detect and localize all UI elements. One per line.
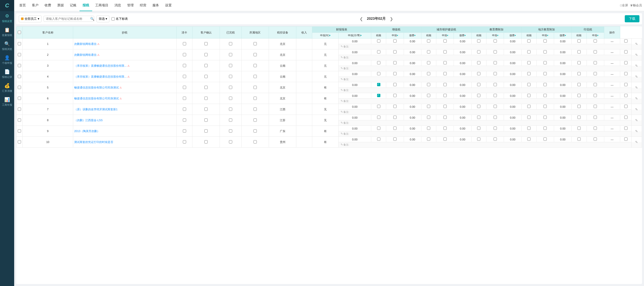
jy-pay-cb[interactable]	[543, 50, 547, 53]
cs-pay-cb[interactable]	[494, 39, 497, 43]
caibao-year-cb[interactable]	[377, 116, 380, 119]
nav-customer[interactable]: 客户	[29, 0, 42, 11]
zz-apply-cb[interactable]	[427, 137, 430, 141]
client-name[interactable]: 测试斯套的凭证打印的时候是否	[74, 140, 113, 144]
row-cb-2[interactable]	[229, 42, 232, 45]
name-table-checkbox[interactable]: 名下标表	[111, 17, 128, 21]
cs-pay-cb[interactable]	[494, 137, 497, 141]
search-button[interactable]: 🔍	[90, 17, 94, 21]
jy-apply-cb[interactable]	[527, 105, 531, 108]
row-cb-1[interactable]	[204, 97, 208, 100]
edit-button[interactable]: ✎	[635, 86, 638, 90]
cs-apply-cb[interactable]	[477, 61, 480, 64]
caibao-month-cb[interactable]	[393, 83, 397, 86]
yh-apply-cb[interactable]	[624, 39, 628, 43]
vip-btn[interactable]: ♛畅会员	[630, 3, 642, 8]
row-cb-2[interactable]	[229, 97, 232, 100]
jy-apply-cb[interactable]	[527, 39, 531, 43]
next-month-button[interactable]: ❯	[390, 16, 393, 21]
client-name[interactable]: （原）误删勿改李绝牙测试斯套新1	[74, 108, 118, 111]
df-apply-cb[interactable]	[577, 94, 581, 97]
cs-apply-cb[interactable]	[477, 83, 480, 86]
edit-button[interactable]: ✎	[635, 64, 638, 68]
edit-button[interactable]: ✎	[635, 108, 638, 111]
nav-gongshang[interactable]: 工商项目	[92, 0, 111, 11]
zz-pay-cb[interactable]	[443, 137, 447, 141]
df-apply-cb[interactable]	[577, 105, 581, 108]
edit-button[interactable]: ✎	[635, 118, 638, 122]
df-pay-cb[interactable]	[594, 116, 597, 119]
cs-pay-cb[interactable]	[494, 116, 497, 119]
filter-button[interactable]: 筛选 ▾	[96, 15, 109, 22]
jy-pay-cb[interactable]	[543, 127, 547, 130]
caibao-month-cb[interactable]	[393, 39, 397, 43]
caibao-month-cb[interactable]	[393, 137, 397, 141]
yh-apply-cb[interactable]	[624, 50, 628, 53]
jy-pay-cb[interactable]	[543, 116, 547, 119]
sidebar-item-geshuishenbao[interactable]: 👤 个税申报	[0, 53, 14, 67]
yh-apply-cb[interactable]	[624, 61, 628, 64]
df-pay-cb[interactable]	[594, 61, 597, 64]
yh-apply-cb[interactable]	[624, 137, 628, 141]
row-cb-3[interactable]	[253, 42, 257, 45]
df-pay-cb[interactable]	[594, 127, 597, 130]
caibao-year-cb[interactable]	[377, 72, 380, 75]
df-pay-cb[interactable]	[594, 72, 597, 75]
jy-apply-cb[interactable]	[527, 94, 531, 97]
edit-button[interactable]: ✎	[635, 42, 638, 46]
df-apply-cb[interactable]	[577, 116, 581, 119]
row-checkbox[interactable]	[18, 97, 21, 100]
zz-apply-cb[interactable]	[427, 72, 430, 75]
edit-button[interactable]: ✎	[635, 129, 638, 133]
fullscreen-btn[interactable]: □全屏	[620, 3, 628, 8]
row-cb-0[interactable]	[183, 140, 186, 144]
yh-apply-cb[interactable]	[624, 72, 628, 75]
nav-jizhang[interactable]: 记账	[67, 0, 80, 11]
nav-fuwu[interactable]: 服务	[149, 0, 162, 11]
df-pay-cb[interactable]	[594, 105, 597, 108]
row-checkbox[interactable]	[18, 140, 21, 144]
row-cb-0[interactable]	[183, 75, 186, 78]
cs-apply-cb[interactable]	[477, 116, 480, 119]
jy-pay-cb[interactable]	[543, 72, 547, 75]
nav-baoshui[interactable]: 报税	[80, 0, 92, 11]
nav-guanli[interactable]: 管理	[124, 0, 137, 11]
cs-pay-cb[interactable]	[494, 127, 497, 130]
yh-apply-cb[interactable]	[624, 127, 628, 130]
jy-pay-cb[interactable]	[543, 137, 547, 141]
row-cb-2[interactable]	[229, 140, 232, 144]
caibao-year-cb[interactable]	[377, 137, 380, 141]
row-cb-1[interactable]	[204, 108, 208, 111]
row-cb-1[interactable]	[204, 42, 208, 45]
df-apply-cb[interactable]	[577, 137, 581, 141]
zz-apply-cb[interactable]	[427, 94, 430, 97]
caibao-year-cb[interactable]	[377, 50, 380, 53]
df-apply-cb[interactable]	[577, 83, 581, 86]
df-pay-cb[interactable]	[594, 50, 597, 53]
row-cb-2[interactable]	[229, 53, 232, 56]
cs-apply-cb[interactable]	[477, 39, 480, 43]
row-cb-2[interactable]	[229, 129, 232, 133]
row-checkbox[interactable]	[18, 64, 21, 67]
edit-button[interactable]: ✎	[635, 140, 638, 144]
caibao-month-cb[interactable]	[393, 61, 397, 64]
sidebar-item-baoshuijilu[interactable]: 📄 报税记录	[0, 67, 14, 81]
client-name[interactable]: 勿删新锐网络通信	[74, 53, 96, 56]
row-cb-2[interactable]	[229, 118, 232, 122]
zz-pay-cb[interactable]	[443, 61, 447, 64]
row-checkbox[interactable]	[18, 75, 21, 78]
caibao-year-cb[interactable]	[377, 39, 380, 43]
row-cb-0[interactable]	[183, 129, 186, 133]
edit-button[interactable]: ✎	[635, 53, 638, 57]
nav-home[interactable]: 首页	[16, 0, 29, 11]
row-checkbox[interactable]	[18, 42, 21, 45]
caibao-month-cb[interactable]	[393, 127, 397, 130]
df-pay-cb[interactable]	[594, 83, 597, 86]
row-cb-2[interactable]	[229, 108, 232, 111]
row-cb-0[interactable]	[183, 53, 186, 56]
sidebar-item-piliangsaobao[interactable]: 📋 批量报税	[0, 25, 14, 39]
caibao-year-cb[interactable]	[377, 127, 380, 130]
caibao-month-cb[interactable]	[393, 105, 397, 108]
df-apply-cb[interactable]	[577, 127, 581, 130]
row-cb-2[interactable]	[229, 64, 232, 67]
